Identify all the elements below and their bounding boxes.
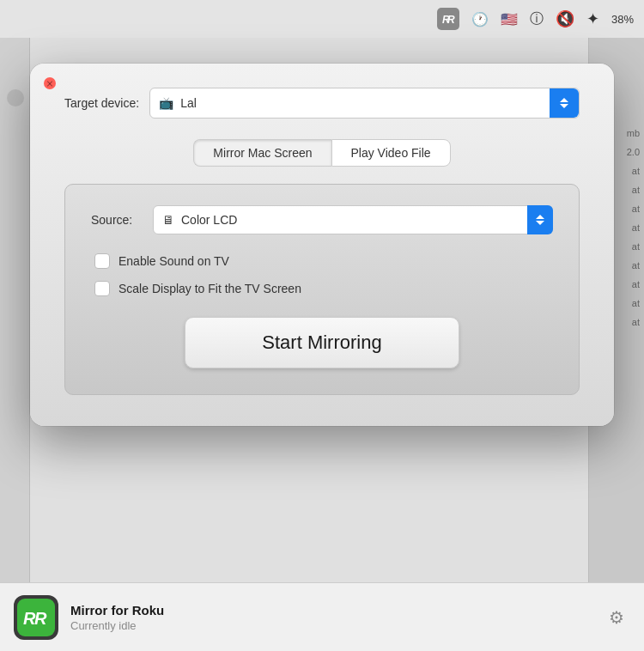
flag-icon[interactable]: 🇺🇸 — [501, 11, 518, 27]
app-icon-wrap: R R — [14, 595, 58, 640]
scale-display-checkbox[interactable] — [94, 281, 110, 296]
enable-sound-row: Enable Sound on TV — [94, 253, 553, 269]
scale-display-label: Scale Display to Fit the TV Screen — [118, 282, 301, 295]
start-mirroring-button[interactable]: Start Mirroring — [185, 317, 459, 368]
app-status: Currently idle — [70, 619, 591, 632]
close-button[interactable] — [44, 77, 56, 89]
arrow-down-icon — [560, 104, 568, 108]
target-select-wrap: 📺 Lal — [149, 88, 580, 119]
gear-button[interactable]: ⚙ — [603, 604, 630, 631]
bluetooth-icon[interactable]: ✦ — [586, 9, 599, 28]
scale-display-row: Scale Display to Fit the TV Screen — [94, 281, 553, 296]
start-btn-wrap: Start Mirroring — [91, 317, 553, 368]
mute-icon[interactable]: 🔇 — [556, 9, 574, 28]
info-icon[interactable]: ⓘ — [530, 10, 544, 28]
enable-sound-label: Enable Sound on TV — [118, 254, 229, 268]
target-device-select[interactable]: 📺 Lal — [149, 88, 580, 119]
app-icon: R R — [17, 599, 55, 636]
source-row: Source: 🖥 Color LCD — [91, 205, 553, 234]
tab-play-video-file[interactable]: Play Video File — [331, 139, 451, 167]
arrow-up-icon — [560, 98, 568, 102]
menu-bar: R R 🕐 🇺🇸 ⓘ 🔇 ✦ 38% — [0, 0, 644, 38]
popup-overlay: Target device: 📺 Lal Mirror Mac Screen P… — [0, 38, 644, 584]
main-popup: Target device: 📺 Lal Mirror Mac Screen P… — [30, 64, 614, 426]
tabs-row: Mirror Mac Screen Play Video File — [64, 139, 580, 167]
target-device-value: Lal — [180, 96, 197, 110]
battery-percent: 38% — [611, 13, 634, 26]
target-select-arrows[interactable] — [550, 88, 579, 118]
svg-text:R: R — [34, 609, 47, 628]
tab-mirror-mac-screen[interactable]: Mirror Mac Screen — [193, 139, 331, 167]
tv-icon: 📺 — [159, 96, 173, 110]
enable-sound-checkbox[interactable] — [94, 253, 110, 269]
source-select-arrows[interactable] — [527, 205, 553, 234]
target-device-row: Target device: 📺 Lal — [64, 88, 580, 119]
source-arrow-down — [536, 221, 544, 225]
svg-text:R: R — [447, 14, 455, 26]
source-label: Source: — [91, 213, 143, 227]
app-info: Mirror for Roku Currently idle — [70, 603, 591, 632]
source-value: Color LCD — [181, 213, 237, 227]
source-arrow-up — [536, 215, 544, 219]
bottom-bar: R R Mirror for Roku Currently idle ⚙ — [0, 582, 644, 651]
monitor-icon: 🖥 — [162, 213, 174, 227]
history-icon[interactable]: 🕐 — [471, 11, 489, 27]
target-label: Target device: — [64, 96, 139, 110]
inner-panel: Source: 🖥 Color LCD Enable Sound on TV — [64, 184, 580, 395]
source-select[interactable]: 🖥 Color LCD — [153, 205, 553, 234]
app-name: Mirror for Roku — [70, 603, 591, 618]
app-menu-icon[interactable]: R R — [437, 8, 459, 30]
source-select-wrap: 🖥 Color LCD — [153, 205, 553, 234]
